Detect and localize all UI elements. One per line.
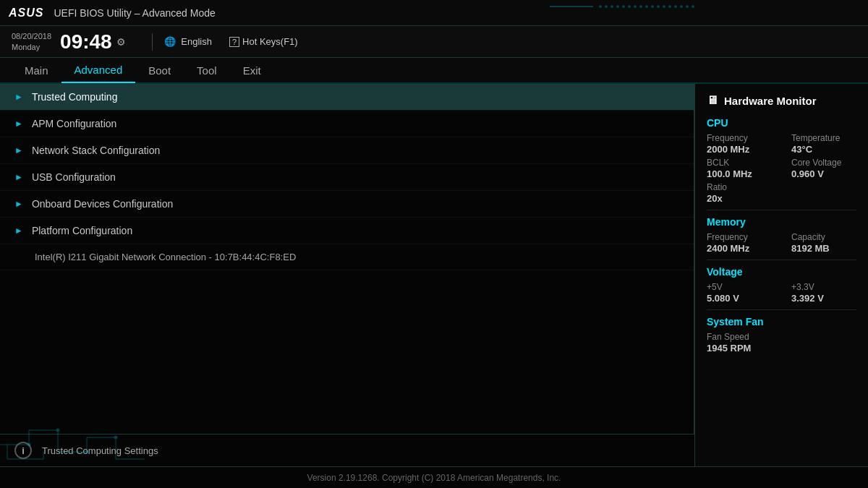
voltage-5v-value: 5.080 V: [707, 293, 772, 304]
cpu-temp-value: 43°C: [791, 144, 856, 155]
network-connection-item: Intel(R) I211 Gigabit Network Connection…: [0, 244, 694, 270]
bios-title: UEFI BIOS Utility – Advanced Mode: [54, 7, 215, 19]
main-layout: ► Trusted Computing ► APM Configuration …: [0, 84, 868, 466]
menu-label: Platform Configuration: [32, 225, 132, 236]
memory-capacity-label: Capacity: [791, 232, 856, 242]
globe-icon: 🌐: [164, 36, 176, 47]
hotkeys-button[interactable]: ? Hot Keys(F1): [229, 36, 301, 47]
nav-item-tool[interactable]: Tool: [184, 57, 230, 83]
hardware-monitor-title: 🖥 Hardware Monitor: [707, 94, 856, 107]
voltage-33v-value: 3.392 V: [791, 293, 856, 304]
cpu-temp-col: Temperature 43°C: [791, 133, 856, 155]
time-display: 09:48: [60, 30, 112, 53]
fan-speed-value: 1945 RPM: [707, 343, 772, 354]
info-description: Trusted Computing Settings: [42, 445, 158, 456]
menu-item-network-stack[interactable]: ► Network Stack Configuration: [0, 137, 694, 164]
cpu-bclk-label: BCLK: [707, 158, 772, 168]
fan-speed-label: Fan Speed: [707, 332, 772, 342]
memory-capacity-col: Capacity 8192 MB: [791, 232, 856, 254]
cpu-corevolt-label: Core Voltage: [791, 158, 856, 168]
arrow-icon: ►: [14, 172, 23, 182]
menu-item-apm-config[interactable]: ► APM Configuration: [0, 111, 694, 137]
menu-label: APM Configuration: [32, 118, 117, 129]
cpu-freq-value: 2000 MHz: [707, 144, 772, 155]
arrow-icon: ►: [14, 226, 23, 236]
voltage-33v-label: +3.3V: [791, 282, 856, 292]
hotkeys-label: Hot Keys(F1): [242, 36, 298, 47]
asus-logo: ASUS: [9, 7, 43, 20]
cpu-ratio-col: Ratio 20x: [707, 182, 772, 204]
cpu-divider: [707, 210, 856, 210]
system-fan-section-title: System Fan: [707, 316, 856, 328]
voltage-5v-label: +5V: [707, 282, 772, 292]
menu-item-trusted-computing[interactable]: ► Trusted Computing: [0, 84, 694, 111]
nav-item-exit[interactable]: Exit: [230, 57, 274, 83]
voltage-row: +5V 5.080 V +3.3V 3.392 V: [707, 282, 856, 304]
cpu-temp-label: Temperature: [791, 133, 856, 143]
date-text: 08/20/2018: [12, 31, 51, 41]
menu-label: Network Stack Configuration: [32, 145, 160, 156]
menu-item-onboard-devices[interactable]: ► Onboard Devices Configuration: [0, 191, 694, 218]
memory-freq-value: 2400 MHz: [707, 243, 772, 254]
fan-speed-row: Fan Speed 1945 RPM: [707, 332, 856, 354]
cpu-corevolt-col: Core Voltage 0.960 V: [791, 158, 856, 179]
arrow-icon: ►: [14, 199, 23, 209]
language-label: English: [181, 36, 212, 47]
menu-label: USB Configuration: [32, 171, 116, 183]
left-menu-panel: ► Trusted Computing ► APM Configuration …: [0, 84, 694, 466]
version-text: Version 2.19.1268. Copyright (C) 2018 Am…: [307, 473, 561, 483]
cpu-ratio-row: Ratio 20x: [707, 182, 856, 204]
day-text: Monday: [12, 42, 51, 52]
nav-item-main[interactable]: Main: [12, 57, 61, 83]
arrow-icon: ►: [14, 119, 23, 129]
divider: [152, 33, 153, 51]
nav-item-boot[interactable]: Boot: [135, 57, 184, 83]
voltage-divider: [707, 309, 856, 310]
menu-item-usb-config[interactable]: ► USB Configuration: [0, 164, 694, 191]
header-bar: ASUS UEFI BIOS Utility – Advanced Mode: [0, 0, 868, 26]
menu-label: Onboard Devices Configuration: [32, 198, 173, 210]
memory-section-title: Memory: [707, 216, 856, 228]
cpu-ratio-value: 20x: [707, 193, 772, 204]
cpu-bclk-col: BCLK 100.0 MHz: [707, 158, 772, 179]
cpu-freq-row: Frequency 2000 MHz Temperature 43°C: [707, 133, 856, 155]
arrow-icon: ►: [14, 145, 23, 155]
cpu-bclk-value: 100.0 MHz: [707, 168, 772, 179]
settings-icon[interactable]: ⚙: [116, 36, 126, 48]
info-icon: i: [14, 442, 32, 459]
memory-freq-label: Frequency: [707, 232, 772, 242]
voltage-5v-col: +5V 5.080 V: [707, 282, 772, 304]
fan-speed-col: Fan Speed 1945 RPM: [707, 332, 772, 354]
voltage-33v-col: +3.3V 3.392 V: [791, 282, 856, 304]
cpu-freq-label: Frequency: [707, 133, 772, 143]
memory-capacity-value: 8192 MB: [791, 243, 856, 254]
memory-divider: [707, 260, 856, 260]
memory-row: Frequency 2400 MHz Capacity 8192 MB: [707, 232, 856, 254]
cpu-ratio-label: Ratio: [707, 182, 772, 192]
hw-title-text: Hardware Monitor: [724, 95, 817, 107]
memory-freq-col: Frequency 2400 MHz: [707, 232, 772, 254]
voltage-section-title: Voltage: [707, 266, 856, 278]
arrow-icon: ►: [14, 92, 23, 102]
cpu-bclk-row: BCLK 100.0 MHz Core Voltage 0.960 V: [707, 158, 856, 179]
language-selector[interactable]: 🌐 English: [164, 36, 215, 47]
menu-item-platform-config[interactable]: ► Platform Configuration: [0, 218, 694, 244]
monitor-icon: 🖥: [707, 94, 718, 107]
info-footer: i Trusted Computing Settings: [0, 434, 694, 466]
navigation-bar: Main Advanced Boot Tool Exit: [0, 58, 868, 84]
date-block: 08/20/2018 Monday: [12, 31, 51, 52]
menu-label: Trusted Computing: [32, 91, 118, 103]
version-bar: Version 2.19.1268. Copyright (C) 2018 Am…: [0, 466, 868, 488]
hardware-monitor-panel: 🖥 Hardware Monitor CPU Frequency 2000 MH…: [694, 84, 868, 466]
cpu-corevolt-value: 0.960 V: [791, 168, 856, 179]
hotkeys-icon: ?: [229, 37, 239, 47]
datetime-bar: 08/20/2018 Monday 09:48 ⚙ 🌐 English ? Ho…: [0, 26, 868, 58]
cpu-frequency-col: Frequency 2000 MHz: [707, 133, 772, 155]
cpu-section-title: CPU: [707, 117, 856, 129]
nav-item-advanced[interactable]: Advanced: [61, 57, 136, 83]
